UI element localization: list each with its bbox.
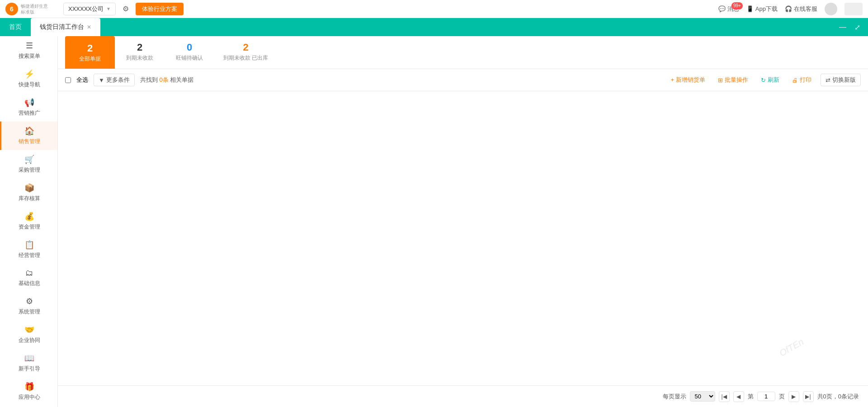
refresh-button[interactable]: ↻ 刷新 — [757, 74, 783, 86]
refresh-icon: ↻ — [761, 77, 766, 84]
guide-icon: 📖 — [24, 353, 34, 363]
online-service-label: 在线客服 — [794, 5, 817, 13]
sidebar-label-management: 经营管理 — [19, 252, 40, 259]
sidebar-item-inventory[interactable]: 📦 库存核算 — [0, 178, 57, 207]
sidebar-label-system: 系统管理 — [19, 308, 40, 316]
chevron-down-icon: ▼ — [106, 6, 111, 11]
marketing-icon: 📢 — [24, 98, 34, 108]
sidebar-label-guide: 新手引导 — [19, 365, 40, 373]
message-badge: 99+ — [731, 2, 743, 9]
per-page-label: 每页显示 — [663, 393, 686, 401]
page-input[interactable] — [757, 392, 775, 401]
sidebar-label-basic-info: 基础信息 — [19, 280, 40, 287]
sidebar-label-inventory: 库存核算 — [19, 195, 40, 202]
sidebar-item-nav[interactable]: ⚡ 快捷导航 — [0, 65, 57, 93]
sidebar-label-purchase: 采购管理 — [19, 166, 40, 174]
company-selector[interactable]: XXXXXX公司 ▼ — [63, 3, 116, 15]
logo-icon: 6 — [5, 3, 18, 15]
avatar[interactable] — [825, 3, 837, 15]
toolbar-right: + 新增销货单 ⊞ 批量操作 ↻ 刷新 🖨 打印 ⇄ 切换新版 — [667, 74, 861, 86]
service-icon: 🎧 — [785, 5, 792, 12]
nav-icon: ⚡ — [24, 69, 34, 79]
select-all-label: 全选 — [76, 76, 88, 84]
top-bar: 6 畅捷通好生意 标准版 XXXXXX公司 ▼ ⚙ 体验行业方案 💬 消息 99… — [0, 0, 868, 18]
found-text: 共找到 0条 相关单据 — [140, 76, 193, 84]
sidebar-item-appstore[interactable]: 🎁 应用中心 — [0, 377, 57, 406]
sidebar-item-purchase[interactable]: 🛒 采购管理 — [0, 150, 57, 178]
user-menu[interactable] — [844, 3, 863, 15]
inventory-icon: 📦 — [24, 183, 34, 193]
total-label: 共0页，0条记录 — [817, 393, 859, 401]
logo-area: 6 畅捷通好生意 标准版 — [5, 3, 63, 15]
filter-label: 更多条件 — [106, 76, 130, 84]
sidebar-item-search[interactable]: ☰ 搜索菜单 — [0, 36, 57, 65]
batch-button[interactable]: ⊞ 批量操作 — [714, 74, 752, 86]
sidebar-item-guide[interactable]: 📖 新手引导 — [0, 349, 57, 377]
sidebar: ☰ 搜索菜单 ⚡ 快捷导航 📢 营销推广 🏠 销售管理 🛒 采购管理 📦 库存核… — [0, 36, 58, 407]
download-icon: 📱 — [746, 5, 754, 12]
online-service-button[interactable]: 🎧 在线客服 — [785, 5, 817, 13]
filter-icon: ▼ — [99, 77, 104, 84]
stat-shipped[interactable]: 2 到期未收款 已出库 — [214, 36, 277, 69]
page-label-end: 页 — [779, 393, 785, 401]
stat-num-all: 2 — [87, 42, 93, 54]
stat-overdue[interactable]: 2 到期未收款 — [115, 36, 165, 69]
search-menu-icon: ☰ — [26, 41, 33, 51]
per-page-select[interactable]: 50 100 — [690, 391, 715, 402]
stats-row: 2 全部单据 2 到期未收款 0 旺铺待确认 2 到期未收款 已出库 — [58, 36, 868, 69]
next-page-button[interactable]: ▶ — [788, 391, 799, 402]
pagination-bar: 每页显示 50 100 |◀ ◀ 第 页 ▶ ▶| 共0页，0条记录 — [58, 385, 868, 407]
tab-close-icon[interactable]: ✕ — [87, 24, 91, 30]
sidebar-label-nav: 快捷导航 — [19, 81, 40, 89]
app-download-button[interactable]: 📱 App下载 — [746, 5, 778, 13]
sidebar-item-finance[interactable]: 💰 资金管理 — [0, 207, 57, 235]
sidebar-label-sales: 销售管理 — [19, 138, 40, 145]
logo-text: 畅捷通好生意 标准版 — [21, 3, 48, 15]
switch-version-button[interactable]: ⇄ 切换新版 — [821, 74, 861, 86]
sidebar-item-enterprise[interactable]: 🤝 企业协同 — [0, 320, 57, 349]
select-all-checkbox[interactable] — [65, 77, 71, 83]
filter-button[interactable]: ▼ 更多条件 — [94, 74, 135, 86]
last-page-button[interactable]: ▶| — [803, 391, 814, 402]
new-order-button[interactable]: + 新增销货单 — [667, 74, 709, 86]
table-area — [58, 91, 868, 385]
switch-icon: ⇄ — [826, 77, 830, 84]
enterprise-icon: 🤝 — [24, 325, 34, 335]
toolbar: 全选 ▼ 更多条件 共找到 0条 相关单据 + 新增销货单 ⊞ 批量操作 ↻ 刷… — [58, 69, 868, 91]
tab-home[interactable]: 首页 — [0, 18, 31, 36]
main-layout: ☰ 搜索菜单 ⚡ 快捷导航 📢 营销推广 🏠 销售管理 🛒 采购管理 📦 库存核… — [0, 36, 868, 407]
prev-page-button[interactable]: ◀ — [733, 391, 744, 402]
stat-label-all: 全部单据 — [79, 55, 101, 63]
sidebar-item-sales[interactable]: 🏠 销售管理 — [0, 122, 57, 150]
stat-pending[interactable]: 0 旺铺待确认 — [165, 36, 214, 69]
stat-all[interactable]: 2 全部单据 — [65, 36, 115, 69]
sidebar-label-enterprise: 企业协同 — [19, 337, 40, 344]
appstore-icon: 🎁 — [24, 382, 34, 392]
top-right-area: 💬 消息 99+ 📱 App下载 🎧 在线客服 — [718, 3, 863, 15]
sidebar-label-search: 搜索菜单 — [19, 52, 40, 60]
tab-bar-right: — ⤢ — [837, 22, 868, 33]
print-button[interactable]: 🖨 打印 — [788, 74, 815, 86]
sidebar-label-appstore: 应用中心 — [19, 393, 40, 401]
main-content: 2 全部单据 2 到期未收款 0 旺铺待确认 2 到期未收款 已出库 全选 ▼ … — [58, 36, 868, 407]
sidebar-label-finance: 资金管理 — [19, 223, 40, 231]
message-button[interactable]: 💬 消息 99+ — [718, 5, 739, 13]
stat-num-shipped: 2 — [243, 42, 249, 53]
stat-num-pending: 0 — [187, 42, 192, 53]
first-page-button[interactable]: |◀ — [719, 391, 730, 402]
basic-info-icon: 🗂 — [25, 268, 33, 278]
print-icon: 🖨 — [792, 77, 798, 84]
sidebar-item-basic-info[interactable]: 🗂 基础信息 — [0, 264, 57, 292]
stat-num-overdue: 2 — [137, 42, 142, 53]
sidebar-item-management[interactable]: 📋 经营管理 — [0, 235, 57, 264]
sidebar-item-marketing[interactable]: 📢 营销推广 — [0, 93, 57, 122]
settings-icon[interactable]: ⚙ — [119, 3, 132, 15]
experience-button[interactable]: 体验行业方案 — [136, 3, 184, 15]
tab-maximize-icon[interactable]: ⤢ — [852, 22, 863, 33]
batch-icon: ⊞ — [718, 77, 723, 84]
sales-icon: 🏠 — [24, 126, 34, 136]
tab-minimize-icon[interactable]: — — [837, 22, 848, 33]
stat-label-overdue: 到期未收款 — [126, 54, 153, 62]
sidebar-item-system[interactable]: ⚙ 系统管理 — [0, 292, 57, 320]
tab-workbench[interactable]: 钱货日清工作台 ✕ — [31, 18, 100, 36]
